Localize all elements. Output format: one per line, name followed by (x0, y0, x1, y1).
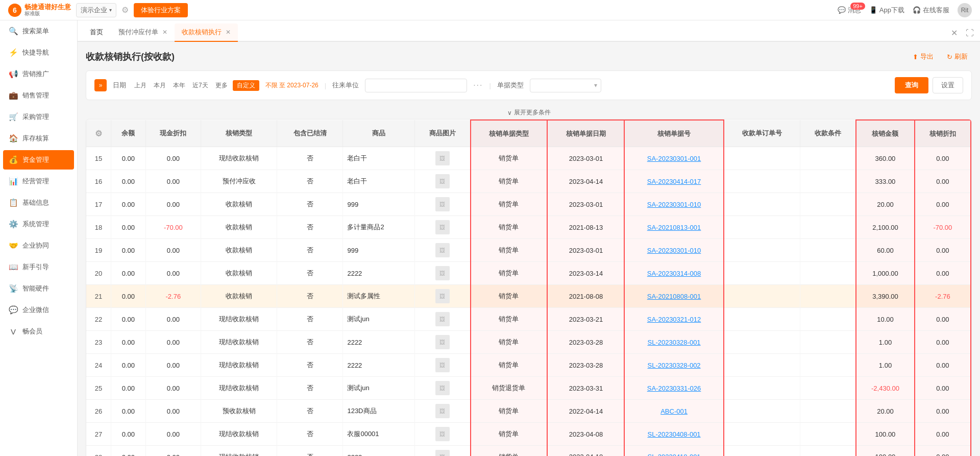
td-goods-image: 🖼 (414, 446, 470, 457)
td-cancel-doc-no[interactable]: SA-20230414-017 (624, 170, 723, 193)
message-btn[interactable]: 💬 消息 99+ (838, 6, 861, 15)
filter-expand-btn[interactable]: » (94, 79, 107, 91)
date-btn-this-month[interactable]: 本月 (152, 80, 168, 91)
td-cancel-doc-type: 销货单 (471, 308, 548, 331)
tab-cancel[interactable]: 收款核销执行 ✕ (175, 23, 238, 42)
single-type-select[interactable] (530, 79, 601, 92)
sidebar-item-search[interactable]: 🔍 搜索菜单 (0, 20, 77, 42)
quick-icon: ⚡ (8, 48, 18, 57)
sidebar-item-system[interactable]: ⚙️ 系统管理 (0, 213, 77, 235)
table-row: 21 0.00 -2.76 收款核销 否 测试多属性 🖼 销货单 2021-08… (86, 285, 971, 308)
sidebar-item-member[interactable]: V 畅会员 (0, 321, 77, 342)
th-receipt-order-no: 收款单订单号 (724, 120, 800, 147)
td-receipt-condition (800, 262, 856, 285)
date-btn-last-month[interactable]: 上月 (132, 80, 149, 91)
sidebar-item-quick[interactable]: ⚡ 快捷导航 (0, 42, 77, 63)
td-cancel-doc-no[interactable]: SA-20210813-001 (624, 216, 723, 239)
sidebar-label-wechat: 企业微信 (22, 305, 49, 315)
tab-prepay-close[interactable]: ✕ (162, 29, 167, 36)
tab-prepay-label: 预付冲应付单 (118, 28, 158, 37)
tab-cancel-close[interactable]: ✕ (226, 29, 231, 36)
sidebar-item-basicinfo[interactable]: 📋 基础信息 (0, 192, 77, 213)
sidebar-item-wechat[interactable]: 💬 企业微信 (0, 299, 77, 321)
td-cancel-doc-date: 2023-03-31 (547, 377, 624, 400)
td-goods: 测试jun (343, 308, 414, 331)
close-window-btn[interactable]: ✕ (949, 27, 960, 39)
td-cancel-doc-no[interactable]: SA-20210808-001 (624, 285, 723, 308)
td-cancel-doc-no[interactable]: SA-20230331-026 (624, 377, 723, 400)
filter-card: » 日期 上月 本月 本年 近7天 更多 自定义 不限 至 2023-07-26… (86, 70, 972, 100)
th-goods-image: 商品图片 (414, 120, 470, 147)
td-cancel-doc-no[interactable]: SA-20230301-010 (624, 193, 723, 216)
column-settings-icon[interactable]: ⚙ (90, 125, 107, 141)
chevron-down-icon: ▾ (109, 7, 112, 13)
sidebar-item-operations[interactable]: 📊 经营管理 (0, 171, 77, 192)
date-btn-custom[interactable]: 自定义 (233, 80, 259, 91)
sidebar-label-hardware: 智能硬件 (22, 284, 49, 293)
sidebar-item-sales[interactable]: 💼 销售管理 (0, 85, 77, 106)
phone-icon: 📱 (869, 6, 877, 14)
expand-more-bar[interactable]: ∨ 展开更多条件 (86, 106, 972, 119)
sidebar-item-collab[interactable]: 🤝 企业协同 (0, 235, 77, 256)
td-goods-image: 🖼 (414, 285, 470, 308)
app-download-btn[interactable]: 📱 App下载 (869, 6, 904, 15)
sidebar-item-purchase[interactable]: 🛒 采购管理 (0, 106, 77, 128)
maximize-btn[interactable]: ⛶ (964, 28, 976, 39)
logo-icon: 6 (8, 4, 21, 17)
sidebar-item-finance[interactable]: 💰 资金管理 (3, 150, 74, 170)
system-icon: ⚙️ (8, 220, 18, 229)
industry-btn[interactable]: 体验行业方案 (134, 3, 188, 17)
sidebar-item-inventory[interactable]: 🏠 库存核算 (0, 128, 77, 149)
td-cancel-doc-no[interactable]: ABC-001 (624, 400, 723, 423)
td-cancel-doc-no[interactable]: SL-20230328-001 (624, 331, 723, 354)
online-service-btn[interactable]: 🎧 在线客服 (913, 6, 949, 15)
td-receipt-order-no (724, 239, 800, 262)
user-avatar-text: Rit (961, 7, 969, 14)
td-cancel-doc-no[interactable]: SL-20230408-001 (624, 423, 723, 446)
td-receipt-order-no (724, 423, 800, 446)
settings-icon[interactable]: ⚙ (121, 5, 129, 15)
td-balance: 0.00 (111, 170, 146, 193)
table-wrap[interactable]: ⚙ 余额 现金折扣 核销类型 包含已结清 商品 商品图片 核销单据类型 核销单据… (86, 119, 971, 456)
date-btn-more[interactable]: 更多 (213, 80, 230, 91)
td-cancel-doc-date: 2023-03-28 (547, 354, 624, 377)
tab-home[interactable]: 首页 (82, 23, 111, 42)
td-cancel-doc-type: 销货退货单 (471, 377, 548, 400)
td-cancel-doc-no[interactable]: SL-20230328-002 (624, 354, 723, 377)
td-cancel-doc-no[interactable]: SA-20230301-010 (624, 239, 723, 262)
query-btn[interactable]: 查询 (895, 77, 928, 93)
td-receipt-condition (800, 446, 856, 457)
date-btn-this-year[interactable]: 本年 (171, 80, 187, 91)
td-goods: 老白干 (343, 170, 414, 193)
export-btn[interactable]: ⬆ 导出 (909, 50, 938, 63)
td-receipt-condition (800, 216, 856, 239)
filter-dots[interactable]: ··· (473, 81, 483, 90)
td-cancel-doc-no[interactable]: SA-20230314-008 (624, 262, 723, 285)
td-cancel-doc-no[interactable]: SL-20230418-001 (624, 446, 723, 457)
td-cancel-doc-date: 2023-03-28 (547, 331, 624, 354)
td-cancel-doc-no[interactable]: SA-20230321-012 (624, 308, 723, 331)
td-cancel-amount: 1.00 (856, 354, 915, 377)
sidebar-item-guide[interactable]: 📖 新手引导 (0, 256, 77, 278)
td-cancel-discount: 0.00 (915, 147, 971, 170)
setting-btn[interactable]: 设置 (933, 77, 963, 93)
td-cash-discount: 0.00 (145, 193, 201, 216)
sidebar-label-basicinfo: 基础信息 (22, 198, 49, 207)
td-id: 25 (86, 377, 111, 400)
company-selector[interactable]: 演示企业 ▾ (76, 3, 116, 17)
td-balance: 0.00 (111, 446, 146, 457)
tab-prepay[interactable]: 预付冲应付单 ✕ (111, 23, 175, 42)
td-cancel-doc-date: 2021-08-13 (547, 216, 624, 239)
td-id: 27 (86, 423, 111, 446)
tab-cancel-label: 收款核销执行 (182, 28, 222, 37)
td-id: 22 (86, 308, 111, 331)
td-balance: 0.00 (111, 400, 146, 423)
avatar[interactable]: Rit (958, 3, 972, 17)
date-btn-7days[interactable]: 近7天 (190, 80, 210, 91)
td-id: 20 (86, 262, 111, 285)
refresh-btn[interactable]: ↻ 刷新 (943, 50, 972, 63)
sidebar-item-hardware[interactable]: 📡 智能硬件 (0, 278, 77, 299)
from-unit-input[interactable] (365, 79, 467, 92)
sidebar-item-marketing[interactable]: 📢 营销推广 (0, 63, 77, 85)
td-cancel-doc-no[interactable]: SA-20230301-001 (624, 147, 723, 170)
